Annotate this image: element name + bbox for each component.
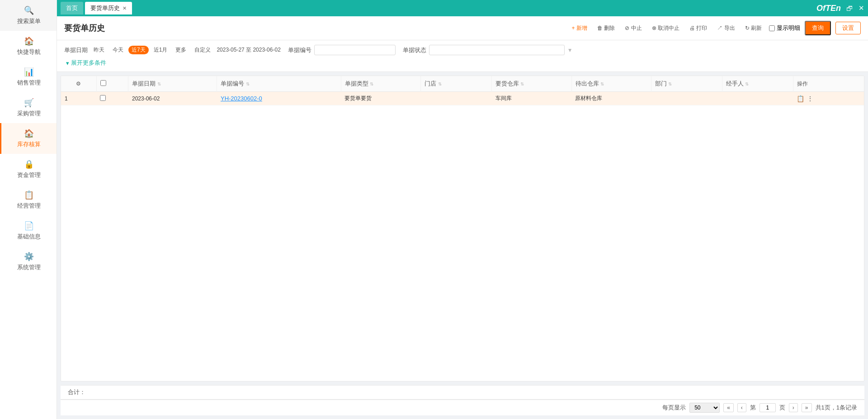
data-table: ⚙ 单据日期 ⇅ 单据编号 ⇅ 单据类型 — [61, 76, 864, 105]
home-icon: 🏠 — [24, 36, 34, 46]
select-all-checkbox[interactable] — [100, 80, 106, 86]
sidebar-item-label: 资金管理 — [17, 171, 41, 179]
handler-sort-icon[interactable]: ⇅ — [745, 81, 749, 86]
chip-yesterday[interactable]: 昨天 — [90, 46, 108, 54]
lock-icon: 🔒 — [24, 159, 34, 169]
last-page-button[interactable]: » — [802, 403, 812, 412]
total-info: 共1页，1条记录 — [816, 404, 857, 412]
warehouse-col-label: 要货仓库 — [495, 80, 519, 87]
sidebar-item-search-menu[interactable]: 🔍 搜索菜单 — [0, 0, 57, 31]
sidebar-item-quick-nav[interactable]: 🏠 快捷导航 — [0, 31, 57, 62]
chip-today[interactable]: 今天 — [109, 46, 127, 54]
bill-number-link[interactable]: YH-20230602-0 — [221, 95, 262, 102]
number-sort-icon[interactable]: ⇅ — [246, 81, 250, 86]
handler-col-label: 经手人 — [726, 80, 744, 87]
close-window-icon[interactable]: ✕ — [859, 4, 864, 12]
sidebar-item-label: 销售管理 — [17, 79, 41, 87]
sidebar-item-purchase-mgmt[interactable]: 🛒 采购管理 — [0, 92, 57, 123]
page-label2: 页 — [779, 404, 785, 412]
brand-logo: OfTEn — [816, 4, 841, 13]
sidebar-item-inventory[interactable]: 🏠 库存核算 — [0, 123, 57, 154]
tab-close-icon[interactable]: ✕ — [123, 5, 127, 11]
query-button[interactable]: 查询 — [805, 21, 831, 35]
sidebar-item-label: 库存核算 — [17, 140, 41, 148]
row-ops: 📋 ⋮ — [793, 92, 864, 105]
tab-bar: 首页 要货单历史 ✕ OfTEn 🗗 ✕ — [57, 0, 868, 16]
type-sort-icon[interactable]: ⇅ — [370, 81, 373, 86]
sidebar-item-label: 基础信息 — [17, 233, 41, 241]
sidebar-item-basic-info[interactable]: 📄 基础信息 — [0, 215, 57, 246]
sidebar-item-sales-mgmt[interactable]: 📊 销售管理 — [0, 62, 57, 92]
per-page-label: 每页显示 — [662, 404, 686, 412]
date-sort-icon[interactable]: ⇅ — [157, 81, 161, 86]
page-number-input[interactable] — [760, 403, 776, 412]
show-detail-label[interactable]: 显示明细 — [769, 24, 800, 32]
chip-more[interactable]: 更多 — [172, 46, 189, 54]
more-icon[interactable]: ⋮ — [807, 95, 813, 102]
show-detail-checkbox[interactable] — [769, 25, 775, 31]
store-sort-icon[interactable]: ⇅ — [438, 81, 442, 86]
export-button[interactable]: ↗ 导出 — [714, 23, 737, 34]
sidebar-item-label: 快捷导航 — [17, 48, 41, 56]
chip-custom[interactable]: 自定义 — [191, 46, 214, 54]
per-page-select[interactable]: 10 20 50 100 — [689, 403, 720, 413]
sidebar-item-label: 系统管理 — [17, 263, 41, 271]
settings-button[interactable]: 设置 — [835, 22, 861, 34]
chip-1month[interactable]: 近1月 — [151, 46, 171, 54]
tab-requisition-history[interactable]: 要货单历史 ✕ — [85, 2, 132, 14]
show-detail-text: 显示明细 — [777, 24, 800, 32]
content-area: 要货单历史 + 新增 🗑 删除 ⊘ 中止 ⊗ 取消中止 🖨 打印 ↗ 导出 ↻ … — [57, 16, 868, 419]
pagination-bar: 每页显示 10 20 50 100 « ‹ 第 页 › » 共1页，1条记录 — [61, 400, 864, 415]
clipboard-icon: 📋 — [24, 190, 34, 200]
pending-column-header[interactable]: 待出仓库 ⇅ — [571, 76, 651, 92]
restore-window-icon[interactable]: 🗗 — [846, 5, 853, 12]
row-number[interactable]: YH-20230602-0 — [217, 92, 341, 105]
row-dept — [651, 92, 722, 105]
settings-column-header[interactable]: ⚙ — [61, 76, 96, 92]
warehouse-column-header[interactable]: 要货仓库 ⇅ — [492, 76, 571, 92]
tab-home-label: 首页 — [66, 4, 78, 12]
cancel-suspend-button[interactable]: ⊗ 取消中止 — [649, 23, 682, 34]
print-button[interactable]: 🖨 打印 — [687, 23, 710, 34]
suspend-button[interactable]: ⊘ 中止 — [622, 23, 644, 34]
type-col-label: 单据类型 — [345, 80, 368, 87]
pending-sort-icon[interactable]: ⇅ — [600, 81, 604, 86]
row-checkbox[interactable] — [100, 95, 106, 101]
gear-icon: ⚙️ — [24, 252, 34, 262]
dept-column-header[interactable]: 部门 ⇅ — [651, 76, 722, 92]
store-column-header[interactable]: 门店 ⇅ — [421, 76, 492, 92]
sidebar-item-system-mgmt[interactable]: ⚙️ 系统管理 — [0, 246, 57, 277]
handler-column-header[interactable]: 经手人 ⇅ — [722, 76, 793, 92]
type-column-header[interactable]: 单据类型 ⇅ — [341, 76, 420, 92]
bill-status-label: 单据状态 — [403, 46, 426, 54]
row-type: 要货单要货 — [341, 92, 420, 105]
check-column-header — [96, 76, 128, 92]
sidebar-item-finance-mgmt[interactable]: 🔒 资金管理 — [0, 154, 57, 185]
chip-7days[interactable]: 近7天 — [128, 46, 149, 54]
view-icon[interactable]: 📋 — [797, 95, 804, 102]
tab-home[interactable]: 首页 — [61, 2, 83, 14]
date-column-header[interactable]: 单据日期 ⇅ — [128, 76, 217, 92]
row-checkbox-cell[interactable] — [96, 92, 128, 105]
next-page-button[interactable]: › — [789, 403, 798, 412]
number-col-label: 单据编号 — [221, 80, 244, 87]
add-button[interactable]: + 新增 — [569, 23, 590, 34]
sidebar: 🔍 搜索菜单 🏠 快捷导航 📊 销售管理 🛒 采购管理 🏠 库存核算 🔒 资金管… — [0, 0, 57, 419]
sidebar-item-operations-mgmt[interactable]: 📋 经营管理 — [0, 185, 57, 215]
bill-number-label: 单据编号 — [288, 46, 311, 54]
status-dropdown-icon[interactable]: ▼ — [567, 47, 573, 53]
delete-button[interactable]: 🗑 删除 — [594, 23, 618, 34]
bill-status-input[interactable] — [429, 45, 565, 55]
first-page-button[interactable]: « — [723, 403, 734, 412]
tab-bar-right: OfTEn 🗗 ✕ — [816, 4, 864, 13]
dept-sort-icon[interactable]: ⇅ — [668, 81, 672, 86]
number-column-header[interactable]: 单据编号 ⇅ — [217, 76, 341, 92]
bill-number-input[interactable] — [314, 45, 396, 55]
refresh-button[interactable]: ↻ 刷新 — [742, 23, 764, 34]
table-header-row: ⚙ 单据日期 ⇅ 单据编号 ⇅ 单据类型 — [61, 76, 864, 92]
expand-more-btn[interactable]: ▾ 展开更多条件 — [64, 59, 861, 67]
pending-col-label: 待出仓库 — [576, 80, 599, 87]
warehouse-sort-icon[interactable]: ⇅ — [520, 81, 524, 86]
prev-page-button[interactable]: ‹ — [737, 403, 746, 412]
filter-bar: 单据日期 昨天 今天 近7天 近1月 更多 自定义 2023-05-27 至 2… — [57, 40, 868, 72]
